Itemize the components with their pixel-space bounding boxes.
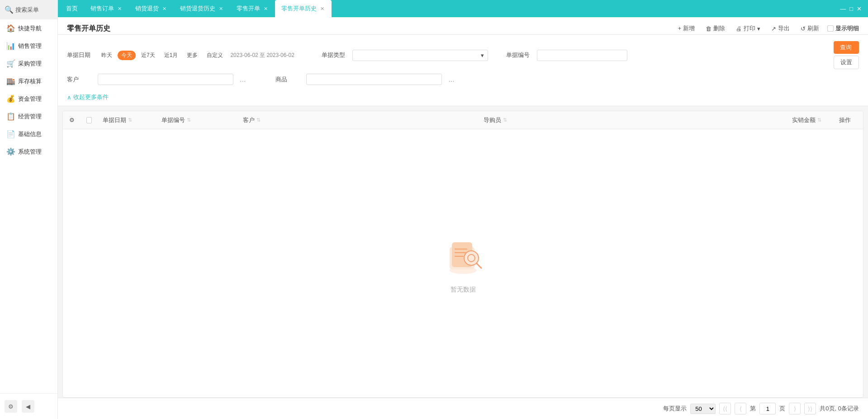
empty-text: 暂无数据 xyxy=(451,286,476,294)
customer-browse-btn[interactable]: ... xyxy=(237,75,248,84)
product-browse-btn[interactable]: ... xyxy=(446,75,457,84)
refresh-button[interactable]: ↺ 刷新 xyxy=(798,23,822,34)
product-input[interactable] xyxy=(306,74,442,85)
sidebar-item-quick-nav[interactable]: 🏠 快捷导航 xyxy=(0,19,57,37)
page-size-select[interactable]: 50 20 100 xyxy=(690,404,716,414)
tab-sales-return-history-label: 销货退货历史 xyxy=(180,5,215,13)
page-header: 零售开单历史 + 新增 🗑 删除 🖨 打印 ▾ ↗ 导出 ↺ 刷新 xyxy=(58,17,868,35)
date-btn-more[interactable]: 更多 xyxy=(183,51,201,60)
chevron-up-icon: ∧ xyxy=(67,94,71,101)
sidebar-item-system[interactable]: ⚙️ 系统管理 xyxy=(0,143,57,160)
customer-filter: 客户 ... xyxy=(67,74,248,85)
tab-retail-history-close[interactable]: ✕ xyxy=(319,6,325,12)
sidebar-search[interactable]: 🔍 搜索采单 xyxy=(0,0,57,19)
sidebar-item-purchase-mgmt[interactable]: 🛒 采购管理 xyxy=(0,55,57,72)
purchase-icon: 🛒 xyxy=(6,59,14,68)
sidebar-item-inventory[interactable]: 🏬 库存核算 xyxy=(0,72,57,90)
refresh-icon: ↺ xyxy=(801,25,806,32)
sidebar-item-finance[interactable]: 💰 资金管理 xyxy=(0,90,57,108)
date-btn-custom[interactable]: 自定义 xyxy=(203,51,227,60)
customer-label: 客户 xyxy=(67,75,94,84)
last-page-btn[interactable]: ⟩⟩ xyxy=(804,403,816,414)
settings-filter-button[interactable]: 设置 xyxy=(834,56,859,69)
total-info: 共0页, 0条记录 xyxy=(820,405,859,413)
tab-sales-return-history[interactable]: 销货退货历史 ✕ xyxy=(174,0,230,17)
page-label: 页 xyxy=(779,405,785,413)
tab-sales-order[interactable]: 销售订单 ✕ xyxy=(84,0,129,17)
date-btn-today[interactable]: 今天 xyxy=(118,51,136,60)
collapse-button[interactable]: ∧ 收起更多条件 xyxy=(67,93,859,101)
collapse-row: ∧ 收起更多条件 xyxy=(67,89,859,101)
customer-input[interactable] xyxy=(98,74,233,85)
sidebar-item-label: 基础信息 xyxy=(18,130,42,138)
th-order-no[interactable]: 单据编号 ⇅ xyxy=(156,112,237,129)
next-page-btn[interactable]: ⟩ xyxy=(789,403,801,414)
order-no-input[interactable] xyxy=(537,50,627,61)
search-icon: 🔍 xyxy=(5,5,13,14)
home-icon: 🏠 xyxy=(6,24,14,33)
print-label: 打印 xyxy=(744,24,755,33)
add-button[interactable]: + 新增 xyxy=(675,23,697,34)
th-guide-label: 导购员 xyxy=(484,116,501,124)
chevron-down-icon: ▾ xyxy=(481,52,484,59)
tab-retail-open-close[interactable]: ✕ xyxy=(263,6,269,12)
basic-info-icon: 📄 xyxy=(6,130,14,138)
export-label: 导出 xyxy=(778,24,790,33)
settings-button[interactable]: ⚙ xyxy=(5,400,17,413)
tab-sales-return-history-close[interactable]: ✕ xyxy=(218,6,224,12)
filter-area: 单据日期 昨天 今天 近7天 近1月 更多 自定义 2023-06-02 至 2… xyxy=(58,35,868,106)
delete-button[interactable]: 🗑 删除 xyxy=(703,23,728,34)
th-settings[interactable]: ⚙ xyxy=(63,112,81,128)
th-checkbox[interactable] xyxy=(81,113,97,128)
tab-home[interactable]: 首页 xyxy=(60,0,84,17)
tab-sales-order-close[interactable]: ✕ xyxy=(117,6,123,12)
date-btn-last7[interactable]: 近7天 xyxy=(138,51,159,60)
print-button[interactable]: 🖨 打印 ▾ xyxy=(733,23,763,34)
sort-date-icon: ⇅ xyxy=(128,117,132,123)
th-ops-label: 操作 xyxy=(839,116,851,124)
display-detail-toggle[interactable]: 显示明细 xyxy=(827,24,859,33)
tab-retail-history-label: 零售开单历史 xyxy=(281,5,317,13)
date-btn-yesterday[interactable]: 昨天 xyxy=(98,51,116,60)
collapse-button[interactable]: ◀ xyxy=(22,400,34,413)
th-customer[interactable]: 客户 ⇅ xyxy=(237,112,478,129)
window-close[interactable]: ✕ xyxy=(857,5,862,12)
sidebar-item-operations[interactable]: 📋 经营管理 xyxy=(0,108,57,125)
th-amount-label: 实销金额 xyxy=(792,116,816,124)
window-minimize[interactable]: — xyxy=(840,5,846,12)
header-actions: + 新增 🗑 删除 🖨 打印 ▾ ↗ 导出 ↺ 刷新 显示明细 xyxy=(675,23,859,34)
main-content: 首页 销售订单 ✕ 销货退货 ✕ 销货退货历史 ✕ 零售开单 ✕ 零售开单历史 … xyxy=(58,0,868,419)
top-nav: 首页 销售订单 ✕ 销货退货 ✕ 销货退货历史 ✕ 零售开单 ✕ 零售开单历史 … xyxy=(58,0,868,17)
filter-row-1: 单据日期 昨天 今天 近7天 近1月 更多 自定义 2023-06-02 至 2… xyxy=(67,41,859,69)
svg-line-8 xyxy=(477,264,481,268)
th-date[interactable]: 单据日期 ⇅ xyxy=(97,112,156,129)
th-guide[interactable]: 导购员 ⇅ xyxy=(478,112,532,129)
export-button[interactable]: ↗ 导出 xyxy=(768,23,792,34)
page-size-label: 每页显示 xyxy=(663,405,687,413)
th-customer-label: 客户 xyxy=(243,116,255,124)
export-icon: ↗ xyxy=(771,25,776,32)
tab-sales-return-close[interactable]: ✕ xyxy=(161,6,167,12)
select-all-checkbox[interactable] xyxy=(86,117,92,123)
th-ops: 操作 xyxy=(827,112,863,129)
tab-sales-return[interactable]: 销货退货 ✕ xyxy=(129,0,174,17)
page-title: 零售开单历史 xyxy=(67,24,110,33)
tab-retail-open[interactable]: 零售开单 ✕ xyxy=(230,0,275,17)
sort-customer-icon: ⇅ xyxy=(256,117,261,123)
window-maximize[interactable]: □ xyxy=(849,5,853,12)
sidebar-item-basic-info[interactable]: 📄 基础信息 xyxy=(0,125,57,143)
th-amount[interactable]: 实销金额 ⇅ xyxy=(773,112,827,129)
date-btn-last1m[interactable]: 近1月 xyxy=(161,51,182,60)
refresh-label: 刷新 xyxy=(807,24,819,33)
query-button[interactable]: 查询 xyxy=(834,41,859,54)
tab-retail-history[interactable]: 零售开单历史 ✕ xyxy=(275,0,332,17)
print-icon: 🖨 xyxy=(736,25,742,32)
first-page-btn[interactable]: ⟨⟨ xyxy=(719,403,731,414)
display-detail-checkbox[interactable] xyxy=(827,25,834,32)
pagination: 每页显示 50 20 100 ⟨⟨ ⟨ 第 页 ⟩ ⟩⟩ 共0页, 0条记录 xyxy=(58,398,868,419)
prev-page-btn[interactable]: ⟨ xyxy=(735,403,746,414)
sidebar-item-sales-mgmt[interactable]: 📊 销售管理 xyxy=(0,37,57,55)
page-number-input[interactable] xyxy=(759,403,776,414)
operations-icon: 📋 xyxy=(6,112,14,121)
order-type-select[interactable]: ▾ xyxy=(352,50,488,61)
